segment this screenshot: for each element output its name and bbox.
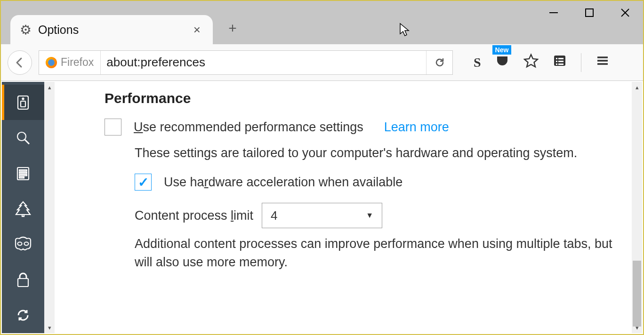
firefox-icon	[46, 57, 57, 68]
sidebar-item-general[interactable]	[2, 85, 44, 120]
pocket-button[interactable]: New	[495, 54, 509, 71]
close-window-button[interactable]	[607, 1, 643, 24]
sidebar-item-search[interactable]	[2, 120, 44, 155]
svg-rect-22	[19, 175, 27, 176]
svg-rect-5	[556, 58, 557, 59]
new-badge: New	[492, 45, 512, 55]
content-limit-value: 4	[271, 208, 277, 223]
toolbar-icons: S New	[474, 53, 610, 72]
sidebar-item-security[interactable]	[2, 262, 44, 297]
use-recommended-label: Use recommended performance settings	[134, 120, 363, 135]
reading-list-icon[interactable]	[553, 54, 567, 71]
svg-rect-24	[22, 215, 24, 216]
svg-point-15	[22, 98, 24, 99]
svg-rect-1	[586, 9, 593, 16]
titlebar: ⚙ Options × +	[1, 1, 643, 44]
content-limit-select[interactable]: 4 ▼	[262, 203, 382, 228]
sidebar-item-applications[interactable]	[2, 191, 44, 226]
main-scrollbar[interactable]: ▴ ▾	[632, 82, 642, 333]
address-bar: Firefox	[39, 50, 453, 75]
sidebar-scrollbar[interactable]: ▴ ▾	[44, 82, 55, 333]
svg-rect-21	[19, 172, 27, 174]
toolbar-divider	[581, 53, 581, 72]
maximize-button[interactable]	[572, 1, 607, 24]
toolbar: Firefox S New	[1, 44, 643, 81]
svg-rect-16	[21, 101, 25, 107]
hw-accel-checkbox[interactable]: ✓	[135, 174, 152, 191]
additional-desc: Additional content processes can improve…	[135, 235, 615, 271]
use-recommended-row: Use recommended performance settings Lea…	[105, 119, 619, 136]
reload-button[interactable]	[426, 51, 452, 74]
hw-accel-row: ✓ Use hardware acceleration when availab…	[135, 174, 619, 191]
back-button[interactable]	[8, 50, 32, 75]
preferences-sidebar	[2, 82, 44, 333]
svg-point-25	[18, 242, 22, 246]
svg-point-17	[17, 132, 26, 141]
learn-more-link[interactable]: Learn more	[384, 120, 449, 135]
section-heading: Performance	[105, 90, 619, 106]
svg-rect-7	[556, 61, 557, 62]
gear-icon: ⚙	[20, 22, 32, 38]
hamburger-menu-icon[interactable]	[596, 54, 610, 71]
svg-rect-8	[558, 61, 564, 62]
svg-rect-23	[19, 177, 24, 178]
svg-line-18	[25, 140, 29, 144]
content-limit-label: Content process limit	[135, 208, 253, 223]
content-area: ▴ ▾ Performance Use recommended performa…	[2, 82, 642, 333]
address-brand-text: Firefox	[61, 56, 94, 69]
sidebar-item-privacy[interactable]	[2, 227, 44, 262]
svg-rect-20	[19, 170, 27, 171]
content-limit-row: Content process limit 4 ▼	[135, 203, 619, 228]
svg-point-26	[24, 242, 29, 246]
new-tab-button[interactable]: +	[223, 19, 242, 38]
tab-close-button[interactable]: ×	[191, 23, 203, 37]
svg-rect-6	[558, 58, 564, 59]
scrollbar-thumb[interactable]	[633, 261, 641, 327]
scroll-up-arrow-icon: ▴	[636, 84, 639, 91]
window-controls	[536, 1, 643, 24]
browser-tab[interactable]: ⚙ Options ×	[10, 15, 213, 44]
scroll-up-arrow-icon: ▴	[48, 84, 51, 91]
hw-accel-label: Use hardware acceleration when available	[164, 175, 402, 190]
bookmark-star-icon[interactable]	[523, 53, 539, 72]
svg-rect-9	[556, 64, 557, 65]
sidebar-item-content[interactable]	[2, 156, 44, 191]
tab-title: Options	[38, 23, 191, 37]
use-recommended-desc: These settings are tailored to your comp…	[135, 144, 615, 162]
minimize-button[interactable]	[536, 1, 572, 24]
scroll-down-arrow-icon: ▾	[48, 324, 51, 331]
url-input[interactable]	[101, 55, 426, 70]
svg-rect-27	[18, 279, 28, 287]
svg-rect-10	[558, 64, 564, 65]
extension-s-icon[interactable]: S	[474, 55, 481, 70]
checkmark-icon: ✓	[138, 175, 149, 190]
sidebar-item-sync[interactable]	[2, 298, 44, 333]
preferences-main: Performance Use recommended performance …	[55, 82, 642, 333]
chevron-down-icon: ▼	[366, 211, 373, 220]
use-recommended-checkbox[interactable]	[105, 119, 121, 136]
address-identity[interactable]: Firefox	[39, 51, 101, 74]
